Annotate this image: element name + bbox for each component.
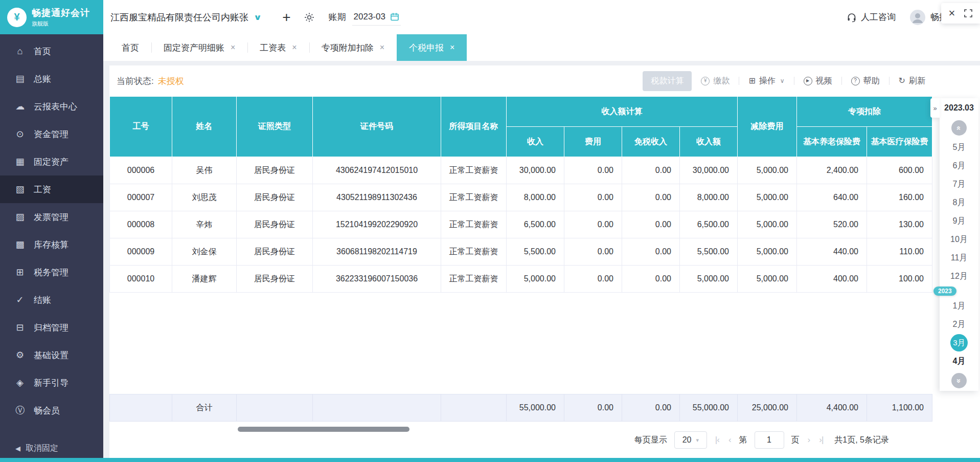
cell-pension-insurance: 440.00	[797, 238, 867, 266]
tab-close-icon[interactable]: ×	[292, 43, 297, 52]
sidebar-item-cloud-reports[interactable]: ☁ 云报表中心	[0, 93, 103, 120]
month-item[interactable]: 4月	[940, 352, 978, 370]
sidebar-item-closing[interactable]: ✓ 结账	[0, 286, 103, 314]
tab-salary-sheet[interactable]: 工资表 ×	[247, 34, 309, 61]
collapse-panel-button[interactable]: »	[930, 98, 940, 118]
gear-icon[interactable]	[304, 12, 314, 23]
table-row[interactable]: 000006 吴伟 居民身份证 430624197412015010 正常工资薪…	[110, 157, 932, 184]
month-item[interactable]: 9月	[940, 212, 978, 230]
sidebar-item-salary[interactable]: ▧ 工资	[0, 175, 103, 203]
chevron-down-icon: ▾	[696, 437, 699, 444]
month-item[interactable]: 8月	[940, 193, 978, 212]
cell-medical-insurance: 600.00	[867, 157, 932, 184]
pay-button[interactable]: ¥ 缴款	[701, 76, 730, 86]
cell-income-item: 正常工资薪资	[441, 211, 507, 238]
tab-close-icon[interactable]: ×	[231, 43, 235, 52]
month-label: 12月	[950, 271, 968, 282]
sidebar-item-member[interactable]: Ⓥ 畅会员	[0, 397, 103, 424]
scroll-up-button[interactable]: «	[951, 120, 967, 136]
prev-page-icon[interactable]: ‹	[727, 435, 732, 445]
month-item[interactable]: 2月	[940, 315, 978, 334]
tax-calculate-button[interactable]: 税款计算	[643, 71, 692, 91]
cell-tax-free-income: 0.00	[622, 157, 680, 184]
workspace: 当前状态: 未授权 税款计算 ¥ 缴款 ⊞ 操作 ∨	[103, 61, 980, 458]
add-account-button[interactable]: +	[282, 10, 290, 25]
close-icon[interactable]: ×	[949, 8, 955, 19]
sidebar-item-invoices[interactable]: ▨ 发票管理	[0, 203, 103, 231]
support-button[interactable]: 人工咨询	[847, 11, 896, 23]
cell-id-number: 430624197412015010	[313, 157, 441, 184]
column-header: 免税收入	[622, 127, 680, 157]
company-selector[interactable]: 江西服宝精品有限责任公司内账张 ∨	[110, 11, 261, 24]
total-cell	[237, 394, 313, 422]
help-label: 帮助	[863, 76, 880, 86]
sidebar-item-inventory[interactable]: ▩ 库存核算	[0, 231, 103, 258]
scroll-down-button[interactable]: »	[951, 373, 967, 388]
cell-tax-free-income: 0.00	[622, 238, 680, 266]
month-label: 5月	[953, 142, 966, 153]
operations-label: 操作	[759, 76, 776, 86]
table-row[interactable]: 000008 辛炜 居民身份证 152104199202290920 正常工资薪…	[110, 211, 932, 238]
sidebar-item-fixed-assets[interactable]: ▦ 固定资产	[0, 148, 103, 175]
sidebar-item-label: 总账	[34, 73, 51, 85]
cell-employee-id: 000007	[110, 184, 172, 211]
sidebar-item-funds[interactable]: ⊙ 资金管理	[0, 120, 103, 148]
month-item[interactable]: 10月	[940, 230, 978, 249]
tab-close-icon[interactable]: ×	[450, 43, 454, 52]
per-page-select[interactable]: 20 ▾	[674, 431, 707, 449]
refresh-button[interactable]: ↻ 刷新	[899, 76, 925, 86]
sidebar-item-icon: ⌂	[14, 46, 26, 57]
next-page-icon[interactable]: ›	[807, 435, 811, 445]
avatar[interactable]	[910, 10, 925, 25]
operations-dropdown[interactable]: ⊞ 操作 ∨	[748, 76, 784, 86]
tab-label: 首页	[122, 42, 139, 54]
tab-home[interactable]: 首页 ×	[109, 34, 151, 61]
month-item[interactable]: 5月	[940, 138, 978, 157]
period-picker[interactable]: 2023-03	[352, 9, 401, 26]
cell-income-amount: 8,000.00	[680, 184, 738, 211]
month-item[interactable]: 7月	[940, 175, 978, 193]
month-item[interactable]: 6月	[940, 157, 978, 175]
sidebar-item-guide[interactable]: ◈ 新手引导	[0, 369, 103, 397]
grid-total-row: 合计 55,000.00 0.00 0.00 55,000.00 25,000.…	[109, 394, 932, 422]
cell-deduction: 5,000.00	[738, 238, 797, 266]
sidebar-item-icon: ▤	[14, 73, 26, 84]
tab-label: 工资表	[260, 42, 286, 54]
sidebar-item-general-ledger[interactable]: ▤ 总账	[0, 65, 103, 93]
cell-id-type: 居民身份证	[237, 157, 313, 184]
fullscreen-icon[interactable]	[964, 9, 972, 17]
column-header: 费用	[564, 127, 622, 157]
table-row[interactable]: 000010 潘建辉 居民身份证 362233196007150036 正常工资…	[110, 266, 932, 293]
video-button[interactable]: ▶ 视频	[804, 76, 832, 86]
total-tax-free: 0.00	[622, 394, 680, 422]
app-window: ¥ 畅捷通好会计 旗舰版 ⌂ 首页 ▤ 总账 ☁ 云报表中	[0, 0, 980, 462]
month-item[interactable]: 11月	[940, 249, 978, 267]
horizontal-scrollbar[interactable]	[238, 427, 409, 432]
unpin-sidebar-button[interactable]: ◀ 取消固定	[0, 443, 103, 454]
table-row[interactable]: 000007 刘思茂 居民身份证 430521198911302436 正常工资…	[110, 184, 932, 211]
first-page-icon[interactable]: |‹	[714, 435, 720, 445]
month-item[interactable]: 1月	[940, 297, 978, 315]
sidebar-item-settings[interactable]: ⚙ 基础设置	[0, 341, 103, 369]
page-number-input[interactable]	[755, 431, 784, 449]
month-item[interactable]: 3月	[940, 334, 978, 352]
play-circle-icon: ▶	[804, 77, 812, 85]
month-item[interactable]: 2023	[940, 285, 978, 297]
sidebar-item-label: 结账	[34, 294, 51, 306]
tab-fixed-asset-detail[interactable]: 固定资产明细账 ×	[151, 34, 247, 61]
help-button[interactable]: ? 帮助	[851, 76, 880, 86]
month-item[interactable]: 12月	[940, 267, 978, 285]
sidebar-item-home[interactable]: ⌂ 首页	[0, 37, 103, 65]
sidebar-item-icon: ☁	[14, 101, 26, 112]
last-page-icon[interactable]: ›|	[818, 435, 824, 445]
headset-icon	[847, 12, 857, 23]
video-label: 视频	[816, 76, 832, 86]
tab-close-icon[interactable]: ×	[380, 43, 384, 52]
sidebar-item-archive[interactable]: ⊟ 归档管理	[0, 314, 103, 341]
sidebar-item-icon: ▩	[14, 239, 26, 250]
tab-special-deduction[interactable]: 专项附加扣除 ×	[309, 34, 397, 61]
sidebar-item-tax[interactable]: ⊞ 税务管理	[0, 258, 103, 286]
tab-tax-filing[interactable]: 个税申报 ×	[397, 34, 467, 61]
table-row[interactable]: 000009 刘金保 居民身份证 360681198202114719 正常工资…	[110, 238, 932, 266]
cell-pension-insurance: 400.00	[797, 266, 867, 293]
